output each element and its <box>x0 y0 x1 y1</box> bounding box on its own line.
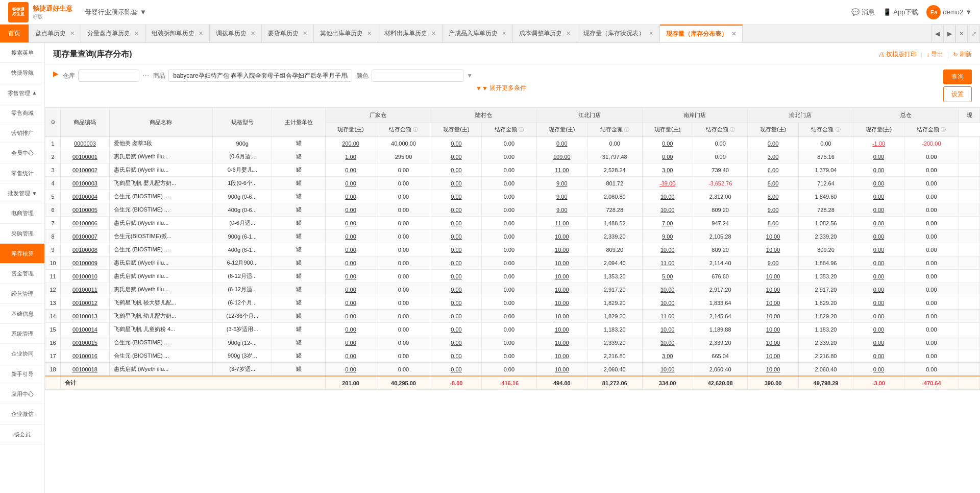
sidebar-item-retail-shop[interactable]: 零售商城 <box>0 103 44 123</box>
cell-fj-qty[interactable]: 200.00 <box>325 137 376 150</box>
cell-total-qty[interactable]: 0.00 <box>853 217 904 230</box>
cell-na-qty[interactable]: 10.00 <box>642 243 693 256</box>
cell-lc-qty[interactable]: 0.00 <box>431 243 481 256</box>
cell-yb-qty[interactable]: 10.00 <box>748 323 798 336</box>
cell-na-qty[interactable]: 9.00 <box>642 230 693 243</box>
cell-fj-qty[interactable]: 0.00 <box>325 190 376 203</box>
tab-purchase-receipt[interactable]: 要货单历史 ✕ <box>262 25 314 43</box>
cell-total-qty[interactable]: 0.00 <box>853 336 904 349</box>
tab-close-assembly[interactable]: ✕ <box>199 30 203 37</box>
cell-lc-qty[interactable]: 0.00 <box>431 190 481 203</box>
cell-fj-qty[interactable]: 0.00 <box>325 243 376 256</box>
cell-yb-qty[interactable]: 10.00 <box>748 296 798 310</box>
sidebar-item-marketing[interactable]: 营销推广 <box>0 123 44 143</box>
table-container[interactable]: ⚙ 商品编码 商品名称 规格型号 主计量单位 厂家仓 陆村仓 江北门店 南岸门店… <box>45 108 980 493</box>
tab-close-product-in[interactable]: ✕ <box>502 30 506 37</box>
cell-total-qty[interactable]: 0.00 <box>853 203 904 217</box>
cell-yb-qty[interactable]: 8.00 <box>748 217 798 230</box>
cell-na-qty[interactable]: -39.00 <box>642 177 693 190</box>
cell-na-qty[interactable]: 0.00 <box>642 137 693 150</box>
tab-transfer[interactable]: 调拨单历史 ✕ <box>210 25 262 43</box>
cell-na-qty[interactable]: 10.00 <box>642 336 693 349</box>
cell-code[interactable]: 00100007 <box>61 230 110 243</box>
cell-total-qty[interactable]: 0.00 <box>853 177 904 190</box>
cell-code[interactable]: 00100001 <box>61 150 110 163</box>
cell-total-qty[interactable]: 0.00 <box>853 243 904 256</box>
th-gear[interactable]: ⚙ <box>45 108 61 137</box>
cell-fj-qty[interactable]: 0.00 <box>325 310 376 323</box>
cell-na-qty[interactable]: 10.00 <box>642 190 693 203</box>
cell-code[interactable]: 0000003 <box>61 137 110 150</box>
cell-code[interactable]: 00100010 <box>61 270 110 283</box>
user-profile[interactable]: Ea demo2 ▼ <box>926 5 972 19</box>
tab-close-stock-dist[interactable]: ✕ <box>731 31 736 37</box>
cell-yb-qty[interactable]: 10.00 <box>748 283 798 296</box>
cell-na-qty[interactable]: 11.00 <box>642 256 693 270</box>
tab-assembly[interactable]: 组装拆卸单历史 ✕ <box>145 25 210 43</box>
sidebar-item-wholesale[interactable]: 批发管理 ▼ <box>0 183 44 203</box>
warehouse-input[interactable] <box>78 69 139 82</box>
cell-jb-qty[interactable]: 10.00 <box>536 349 587 363</box>
cell-lc-qty[interactable]: 0.00 <box>431 137 481 150</box>
cell-na-qty[interactable]: 10.00 <box>642 296 693 310</box>
cell-jb-qty[interactable]: 10.00 <box>536 296 587 310</box>
tab-expand-btn[interactable]: ⤢ <box>968 25 980 43</box>
cell-fj-qty[interactable]: 0.00 <box>325 349 376 363</box>
cell-code[interactable]: 00100014 <box>61 323 110 336</box>
cell-lc-qty[interactable]: 0.00 <box>431 336 481 349</box>
cell-jb-qty[interactable]: 10.00 <box>536 283 587 296</box>
cell-yb-qty[interactable]: 8.00 <box>748 190 798 203</box>
tab-stock-dist[interactable]: 现存量（库存分布表） ✕ <box>660 25 743 43</box>
sidebar-item-purchase[interactable]: 采购管理 <box>0 224 44 244</box>
cell-yb-qty[interactable]: 10.00 <box>748 230 798 243</box>
cell-code[interactable]: 00100006 <box>61 217 110 230</box>
tab-close-material-out[interactable]: ✕ <box>431 30 436 37</box>
cell-code[interactable]: 00100008 <box>61 243 110 256</box>
tab-close-inventory-single[interactable]: ✕ <box>70 30 75 37</box>
cell-lc-qty[interactable]: 0.00 <box>431 150 481 163</box>
cell-fj-qty[interactable]: 0.00 <box>325 203 376 217</box>
cell-na-qty[interactable]: 10.00 <box>642 363 693 377</box>
cell-lc-qty[interactable]: 0.00 <box>431 310 481 323</box>
cell-code[interactable]: 00100005 <box>61 203 110 217</box>
cell-na-qty[interactable]: 10.00 <box>642 283 693 296</box>
product-input[interactable] <box>168 69 352 82</box>
tab-home[interactable]: 首页 <box>0 25 29 43</box>
cell-jb-qty[interactable]: 10.00 <box>536 270 587 283</box>
cell-jb-qty[interactable]: 10.00 <box>536 256 587 270</box>
cell-total-qty[interactable]: 0.00 <box>853 230 904 243</box>
cell-fj-qty[interactable]: 0.00 <box>325 363 376 377</box>
tab-close-all-btn[interactable]: ✕ <box>955 25 968 43</box>
sidebar-item-operations[interactable]: 经营管理 <box>0 284 44 304</box>
cell-fj-qty[interactable]: 0.00 <box>325 296 376 310</box>
cell-total-qty[interactable]: 0.00 <box>853 310 904 323</box>
print-btn[interactable]: 🖨 按模版打印 <box>878 50 917 59</box>
gear-icon[interactable]: ⚙ <box>51 119 56 125</box>
sidebar-item-wechat[interactable]: 企业微信 <box>0 404 44 424</box>
cell-jb-qty[interactable]: 9.00 <box>536 190 587 203</box>
cell-code[interactable]: 00100018 <box>61 363 110 377</box>
tab-inventory-single[interactable]: 盘点单历史 ✕ <box>29 25 81 43</box>
cell-lc-qty[interactable]: 0.00 <box>431 270 481 283</box>
export-btn[interactable]: ↓ 导出 <box>926 50 943 59</box>
tab-prev-btn[interactable]: ◀ <box>931 25 943 43</box>
cell-jb-qty[interactable]: 10.00 <box>536 363 587 377</box>
cell-jb-qty[interactable]: 10.00 <box>536 323 587 336</box>
cell-total-qty[interactable]: 0.00 <box>853 150 904 163</box>
sidebar-item-appcenter[interactable]: 应用中心 <box>0 384 44 404</box>
cell-jb-qty[interactable]: 11.00 <box>536 163 587 177</box>
cell-lc-qty[interactable]: 0.00 <box>431 163 481 177</box>
cell-fj-qty[interactable]: 1.00 <box>325 150 376 163</box>
cell-na-qty[interactable]: 3.00 <box>642 349 693 363</box>
app-download-btn[interactable]: 📱 App下载 <box>883 8 918 17</box>
cell-total-qty[interactable]: 0.00 <box>853 323 904 336</box>
cell-lc-qty[interactable]: 0.00 <box>431 177 481 190</box>
cell-yb-qty[interactable]: 10.00 <box>748 363 798 377</box>
tab-cost-adj[interactable]: 成本调整单历史 ✕ <box>513 25 577 43</box>
cell-yb-qty[interactable]: 9.00 <box>748 203 798 217</box>
cell-code[interactable]: 00100013 <box>61 310 110 323</box>
company-dropdown[interactable]: 母婴行业演示陈套 ▼ <box>85 8 146 17</box>
cell-yb-qty[interactable]: 10.00 <box>748 336 798 349</box>
color-dropdown-icon[interactable]: ▼ <box>467 72 473 79</box>
cell-total-qty[interactable]: 0.00 <box>853 270 904 283</box>
